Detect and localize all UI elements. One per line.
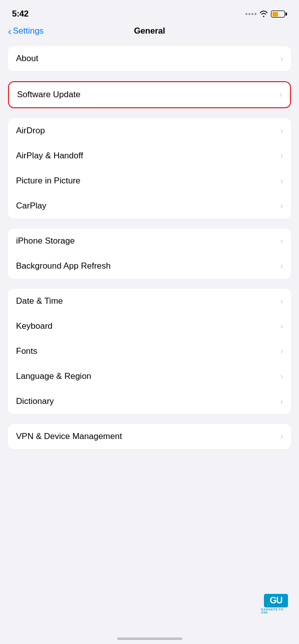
back-chevron-icon: ‹: [8, 26, 12, 36]
section-software-update: Software Update›: [8, 81, 291, 108]
chevron-right-icon: ›: [280, 322, 283, 331]
label-airdrop: AirDrop: [16, 126, 45, 136]
label-vpn-device-management: VPN & Device Management: [16, 432, 122, 442]
section-language: Date & Time›Keyboard›Fonts›Language & Re…: [8, 289, 291, 414]
section-vpn: VPN & Device Management›: [8, 424, 291, 449]
chevron-right-icon: ›: [280, 54, 283, 63]
section-about: About›: [8, 46, 291, 71]
list-item-about[interactable]: About›: [8, 46, 291, 71]
label-fonts: Fonts: [16, 346, 38, 356]
signal-icon: [245, 13, 256, 15]
back-button[interactable]: ‹ Settings: [8, 26, 44, 36]
chevron-right-icon: ›: [280, 237, 283, 246]
chevron-right-icon: ›: [280, 151, 283, 160]
label-airplay-handoff: AirPlay & Handoff: [16, 151, 83, 161]
chevron-right-icon: ›: [280, 347, 283, 356]
list-item-airplay-handoff[interactable]: AirPlay & Handoff›: [8, 143, 291, 168]
chevron-right-icon: ›: [280, 397, 283, 406]
label-carplay: CarPlay: [16, 201, 46, 211]
status-bar: 5:42: [0, 0, 299, 24]
chevron-right-icon: ›: [280, 126, 283, 135]
label-dictionary: Dictionary: [16, 396, 54, 406]
status-time: 5:42: [12, 9, 29, 19]
list-item-dictionary[interactable]: Dictionary›: [8, 389, 291, 414]
settings-content: About›Software Update›AirDrop›AirPlay & …: [0, 42, 299, 469]
label-about: About: [16, 54, 38, 64]
chevron-right-icon: ›: [280, 372, 283, 381]
page-title: General: [134, 26, 165, 36]
watermark-text: GADGETS TO USE: [261, 608, 291, 614]
status-icons: [245, 10, 287, 19]
label-software-update: Software Update: [17, 90, 81, 100]
list-item-carplay[interactable]: CarPlay›: [8, 193, 291, 219]
section-connectivity: AirDrop›AirPlay & Handoff›Picture in Pic…: [8, 118, 291, 219]
chevron-right-icon: ›: [279, 90, 282, 99]
chevron-right-icon: ›: [280, 297, 283, 306]
page-wrapper: 5:42: [0, 0, 299, 644]
home-indicator: [117, 637, 182, 640]
chevron-right-icon: ›: [280, 432, 283, 441]
list-item-language-region[interactable]: Language & Region›: [8, 364, 291, 389]
list-item-keyboard[interactable]: Keyboard›: [8, 314, 291, 339]
list-item-iphone-storage[interactable]: iPhone Storage›: [8, 229, 291, 254]
list-item-picture-in-picture[interactable]: Picture in Picture›: [8, 168, 291, 193]
chevron-right-icon: ›: [280, 176, 283, 185]
section-storage: iPhone Storage›Background App Refresh›: [8, 229, 291, 279]
list-item-fonts[interactable]: Fonts›: [8, 339, 291, 364]
list-item-vpn-device-management[interactable]: VPN & Device Management›: [8, 424, 291, 449]
label-language-region: Language & Region: [16, 371, 91, 381]
chevron-right-icon: ›: [280, 201, 283, 210]
label-date-time: Date & Time: [16, 296, 63, 306]
label-iphone-storage: iPhone Storage: [16, 236, 75, 246]
list-item-date-time[interactable]: Date & Time›: [8, 289, 291, 314]
nav-bar: ‹ Settings General: [0, 24, 299, 42]
wifi-icon: [259, 10, 268, 19]
watermark: GU GADGETS TO USE: [261, 594, 291, 614]
chevron-right-icon: ›: [280, 262, 283, 271]
label-background-app-refresh: Background App Refresh: [16, 261, 111, 271]
list-item-airdrop[interactable]: AirDrop›: [8, 118, 291, 143]
watermark-logo: GU: [264, 594, 288, 607]
list-item-background-app-refresh[interactable]: Background App Refresh›: [8, 254, 291, 279]
battery-icon: [271, 11, 287, 18]
back-label: Settings: [13, 26, 44, 36]
label-picture-in-picture: Picture in Picture: [16, 176, 81, 186]
label-keyboard: Keyboard: [16, 321, 53, 331]
list-item-software-update[interactable]: Software Update›: [9, 82, 290, 107]
